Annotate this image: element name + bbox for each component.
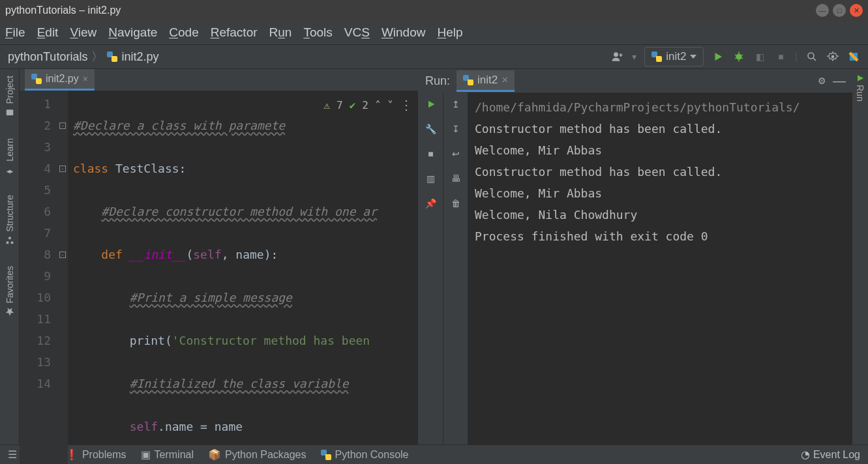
- window-controls: — □ ✕: [816, 4, 863, 17]
- svg-rect-5: [10, 242, 13, 244]
- search-button[interactable]: [805, 50, 818, 63]
- svg-point-1: [736, 54, 742, 60]
- console-actions-rail: ↥ ↧ ↩ 🖶 🗑: [443, 93, 468, 444]
- main-area: Project Learn Structure Favorites init2.…: [0, 69, 868, 444]
- chevron-down-icon: [690, 55, 696, 59]
- tab-label: init2.py: [46, 73, 79, 85]
- menu-code[interactable]: Code: [169, 25, 198, 40]
- run-coverage-button[interactable]: ◧: [753, 50, 766, 63]
- maximize-button[interactable]: □: [833, 4, 846, 17]
- right-tool-rail: ▶ Run: [852, 69, 868, 444]
- fold-gutter: - - -: [57, 91, 68, 464]
- code-content[interactable]: #Declare a class with paramete class Tes…: [68, 91, 418, 464]
- learn-tool-button[interactable]: Learn: [5, 134, 15, 179]
- menubar: File Edit View Navigate Code Refactor Ru…: [0, 21, 868, 44]
- navigation-toolbar: pythonTutorials 〉 init2.py ▾ init2 ◧ ■ |: [0, 44, 868, 69]
- pin-icon[interactable]: 📌: [425, 197, 438, 210]
- console-line: Welcome, Nila Chowdhury: [475, 204, 846, 225]
- svg-point-0: [614, 52, 618, 57]
- editor-tabs: init2.py ×: [20, 69, 418, 91]
- event-log-button[interactable]: ◔ Event Log: [801, 448, 860, 461]
- line-gutter: 12 34 56 78 910 1112 1314: [20, 91, 57, 464]
- code-editor[interactable]: 12 34 56 78 910 1112 1314 - - - #Declare…: [20, 91, 418, 464]
- editor-panel: init2.py × 12 34 56 78 910 1112 1314 - -…: [20, 69, 419, 444]
- run-button[interactable]: [711, 50, 725, 63]
- debug-button[interactable]: [732, 50, 745, 63]
- check-icon: ✔: [350, 94, 356, 116]
- run-config-label: init2: [666, 50, 686, 63]
- more-icon[interactable]: ⋮: [400, 94, 413, 116]
- menu-view[interactable]: View: [70, 25, 97, 40]
- menu-refactor[interactable]: Refactor: [211, 25, 258, 40]
- warning-icon: ⚠: [323, 94, 330, 116]
- settings-button[interactable]: [826, 50, 839, 63]
- prev-highlight-icon[interactable]: ˄: [375, 94, 381, 116]
- breadcrumb: pythonTutorials 〉 init2.py: [8, 49, 158, 65]
- run-actions-rail: 🔧 ■ ▥ 📌: [419, 93, 443, 444]
- menu-run[interactable]: Run: [269, 25, 292, 40]
- run-rail-icon: ▶: [858, 73, 863, 82]
- svg-point-3: [831, 55, 835, 59]
- left-tool-rail: Project Learn Structure Favorites: [0, 69, 20, 444]
- rerun-button[interactable]: [425, 98, 438, 111]
- menu-vcs[interactable]: VCS: [344, 25, 370, 40]
- minimize-panel-icon[interactable]: —: [833, 74, 846, 89]
- layout-icon[interactable]: ▥: [425, 172, 438, 185]
- next-highlight-icon[interactable]: ˅: [387, 94, 393, 116]
- scroll-down-icon[interactable]: ↧: [449, 123, 462, 136]
- stop-process-button[interactable]: ■: [425, 147, 438, 160]
- run-configuration-selector[interactable]: init2: [644, 47, 704, 66]
- editor-tab-init2[interactable]: init2.py ×: [25, 69, 95, 91]
- structure-tool-button[interactable]: Structure: [5, 191, 15, 249]
- wrench-icon[interactable]: 🔧: [425, 123, 438, 136]
- favorites-tool-button[interactable]: Favorites: [5, 262, 15, 321]
- svg-rect-7: [8, 237, 11, 240]
- warning-count: 7: [337, 94, 343, 116]
- stop-button[interactable]: ■: [774, 50, 787, 63]
- menu-navigate[interactable]: Navigate: [108, 25, 157, 40]
- menu-help[interactable]: Help: [437, 25, 462, 40]
- console-line: Process finished with exit code 0: [475, 225, 846, 247]
- minimize-button[interactable]: —: [816, 4, 829, 17]
- breadcrumb-project[interactable]: pythonTutorials: [8, 50, 87, 64]
- console-line: Constructor method has been called.: [475, 161, 846, 182]
- menu-window[interactable]: Window: [382, 25, 426, 40]
- close-tab-icon[interactable]: ×: [83, 74, 88, 84]
- run-settings-icon[interactable]: ⚙: [818, 76, 826, 86]
- console-output[interactable]: /home/fahmida/PycharmProjects/pythonTuto…: [468, 93, 852, 444]
- scroll-up-icon[interactable]: ↥: [449, 98, 462, 111]
- run-title: Run:: [425, 74, 450, 88]
- user-add-icon[interactable]: [611, 50, 624, 63]
- run-tab[interactable]: init2 ×: [456, 70, 515, 92]
- inspection-widget[interactable]: ⚠ 7 ✔ 2 ˄ ˅ ⋮: [323, 94, 413, 116]
- close-button[interactable]: ✕: [850, 4, 863, 17]
- trash-icon[interactable]: 🗑: [449, 197, 462, 210]
- breadcrumb-file[interactable]: init2.py: [121, 50, 158, 64]
- breadcrumb-sep-icon: 〉: [91, 49, 103, 65]
- run-tab-label: init2: [477, 74, 498, 87]
- menu-file[interactable]: File: [5, 25, 25, 40]
- close-run-tab-icon[interactable]: ×: [501, 74, 508, 87]
- window-title: pythonTutorials – init2.py: [5, 5, 121, 16]
- print-icon[interactable]: 🖶: [449, 172, 462, 185]
- svg-rect-4: [6, 109, 13, 115]
- menu-tools[interactable]: Tools: [303, 25, 332, 40]
- fold-icon[interactable]: -: [59, 123, 66, 129]
- console-line: /home/fahmida/PycharmProjects/pythonTuto…: [475, 96, 846, 118]
- run-tool-button[interactable]: Run: [855, 85, 865, 102]
- ok-count: 2: [362, 94, 368, 116]
- project-tool-button[interactable]: Project: [5, 72, 15, 121]
- python-file-icon: [107, 51, 117, 62]
- svg-point-2: [808, 53, 814, 59]
- soft-wrap-icon[interactable]: ↩: [449, 147, 462, 160]
- ide-features-icon[interactable]: [847, 50, 860, 63]
- toolbar-right: ▾ init2 ◧ ■ |: [611, 47, 860, 66]
- fold-end-icon[interactable]: -: [59, 252, 66, 258]
- titlebar: pythonTutorials – init2.py — □ ✕: [0, 0, 868, 21]
- python-icon: [651, 51, 662, 62]
- python-icon: [463, 75, 473, 85]
- fold-icon[interactable]: -: [59, 166, 66, 172]
- console-line: Welcome, Mir Abbas: [475, 182, 846, 204]
- run-header: Run: init2 × ⚙ —: [419, 69, 852, 93]
- menu-edit[interactable]: Edit: [37, 25, 59, 40]
